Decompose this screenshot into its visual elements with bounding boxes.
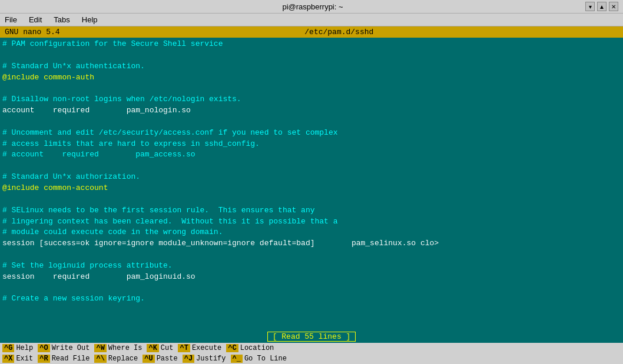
title-bar: pi@raspberrypi: ~ ▾ ▲ ✕	[0, 0, 623, 14]
line-21: # Set the loginuid process attribute.	[2, 261, 621, 272]
close-button[interactable]: ✕	[609, 2, 618, 11]
shortcut-bar-2: ^X Exit ^R Read File ^\ Replace ^U Paste…	[0, 353, 623, 364]
shortcut-label-read-file: Read File	[52, 355, 90, 363]
status-message: [ Read 55 lines ]	[267, 332, 356, 342]
shortcut-key-cut: ^K	[147, 344, 158, 352]
shortcut-cut[interactable]: ^K Cut	[147, 344, 173, 352]
line-10: # access limits that are hard to express…	[2, 139, 621, 150]
menu-bar: File Edit Tabs Help	[0, 14, 623, 26]
line-7: account required pam_nologin.so	[2, 105, 621, 116]
shortcut-key-write-out: ^O	[38, 344, 49, 352]
line-16: # SELinux needs to be the first session …	[2, 205, 621, 216]
shortcut-key-help: ^G	[2, 344, 14, 352]
shortcut-key-where-is: ^W	[94, 344, 106, 352]
maximize-button[interactable]: ▲	[597, 2, 607, 11]
shortcut-location[interactable]: ^C Location	[226, 344, 274, 352]
line-12	[2, 161, 621, 172]
line-14: @include common-account	[2, 183, 621, 194]
shortcut-label-cut: Cut	[161, 344, 174, 352]
shortcut-paste[interactable]: ^U Paste	[143, 355, 177, 363]
line-13: # Standard Un*x authorization.	[2, 172, 621, 183]
nano-filename: /etc/pam.d/sshd	[304, 28, 373, 36]
line-24: # Create a new session keyring.	[2, 293, 621, 305]
shortcut-label-exit: Exit	[16, 355, 33, 363]
line-1: # PAM configuration for the Secure Shell…	[2, 39, 621, 50]
line-11: # account required pam_access.so	[2, 149, 621, 161]
shortcut-label-write-out: Write Out	[52, 344, 90, 352]
menu-tabs[interactable]: Tabs	[51, 15, 72, 25]
shortcut-label-go-to-line: Go To Line	[244, 355, 287, 363]
line-9: # Uncomment and edit /etc/security/acces…	[2, 128, 621, 139]
nano-header: GNU nano 5.4 /etc/pam.d/sshd	[0, 26, 623, 38]
menu-file[interactable]: File	[2, 15, 19, 25]
shortcut-label-justify: Justify	[196, 355, 226, 363]
shortcut-key-location: ^C	[226, 344, 238, 352]
line-18: # module could execute code in the wrong…	[2, 227, 621, 238]
line-19: session [success=ok ignore=ignore module…	[2, 238, 621, 249]
shortcut-help[interactable]: ^G Help	[2, 344, 33, 352]
window-title: pi@raspberrypi: ~	[40, 2, 585, 11]
editor-area[interactable]: # PAM configuration for the Secure Shell…	[0, 38, 623, 343]
shortcut-key-exit: ^X	[2, 355, 14, 363]
line-2	[2, 50, 621, 61]
shortcut-label-replace: Replace	[108, 355, 138, 363]
line-8	[2, 116, 621, 128]
shortcut-where-is[interactable]: ^W Where Is	[94, 344, 142, 352]
menu-edit[interactable]: Edit	[26, 15, 44, 25]
shortcut-key-execute: ^T	[178, 344, 190, 352]
editor-content[interactable]: # PAM configuration for the Secure Shell…	[0, 38, 623, 330]
line-5	[2, 83, 621, 94]
line-23	[2, 283, 621, 294]
shortcut-label-location: Location	[240, 344, 274, 352]
line-4: @include common-auth	[2, 72, 621, 84]
shortcut-execute[interactable]: ^T Execute	[178, 344, 221, 352]
line-22: session required pam_loginuid.so	[2, 272, 621, 283]
shortcut-bar-1: ^G Help ^O Write Out ^W Where Is ^K Cut …	[0, 343, 623, 353]
nano-version: GNU nano 5.4	[5, 28, 60, 36]
shortcut-key-go-to-line: ^_	[231, 355, 243, 363]
menu-help[interactable]: Help	[79, 15, 100, 25]
line-20	[2, 249, 621, 261]
shortcut-key-read-file: ^R	[38, 355, 49, 363]
shortcut-read-file[interactable]: ^R Read File	[38, 355, 90, 363]
shortcut-label-execute: Execute	[192, 344, 221, 352]
shortcut-go-to-line[interactable]: ^_ Go To Line	[231, 355, 287, 363]
shortcut-replace[interactable]: ^\ Replace	[94, 355, 138, 363]
shortcut-key-paste: ^U	[143, 355, 154, 363]
shortcut-label-paste: Paste	[157, 355, 178, 363]
status-bar: [ Read 55 lines ]	[0, 330, 623, 343]
shortcut-key-justify: ^J	[183, 355, 194, 363]
line-17: # lingering context has been cleared. Wi…	[2, 216, 621, 228]
shortcut-justify[interactable]: ^J Justify	[183, 355, 226, 363]
shortcut-write-out[interactable]: ^O Write Out	[38, 344, 90, 352]
shortcut-key-replace: ^\	[94, 355, 106, 363]
line-6: # Disallow non-root logins when /etc/nol…	[2, 94, 621, 105]
shortcut-exit[interactable]: ^X Exit	[2, 355, 33, 363]
shortcut-label-help: Help	[16, 344, 33, 352]
minimize-button[interactable]: ▾	[585, 2, 595, 11]
line-3: # Standard Un*x authentication.	[2, 61, 621, 72]
shortcut-label-where-is: Where Is	[108, 344, 143, 352]
line-15	[2, 194, 621, 205]
